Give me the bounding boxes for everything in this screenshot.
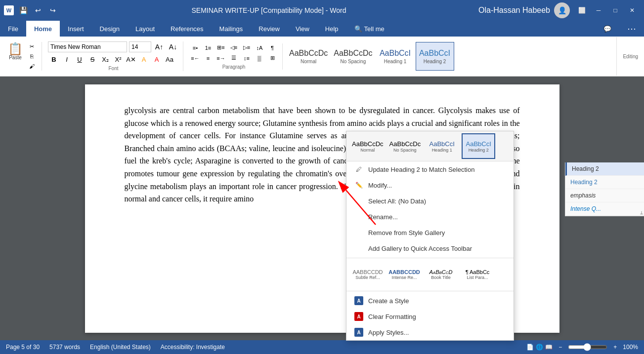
sort-button[interactable]: ↕A	[254, 43, 265, 52]
tab-help[interactable]: Help	[317, 21, 346, 37]
undo-button[interactable]: ↩	[32, 4, 44, 17]
restore-button[interactable]: ⬜	[574, 4, 590, 17]
tab-tell-me[interactable]: 🔍 Tell me	[346, 21, 392, 37]
font-color-button[interactable]: A	[151, 54, 163, 65]
styles-panel-intense-q[interactable]: Intense Q...	[565, 202, 644, 216]
ctx-clear-formatting[interactable]: A Clear Formatting	[346, 309, 514, 324]
ctx-style-subtle-ref[interactable]: AABBCCDD Subtle Ref...	[350, 262, 385, 287]
print-layout-btn[interactable]: 📄	[526, 344, 534, 351]
user-avatar[interactable]: 👤	[554, 2, 570, 18]
tab-insert[interactable]: Insert	[60, 21, 92, 37]
shading-button[interactable]: ▒	[254, 54, 265, 63]
decrease-indent-button[interactable]: ◁≡	[228, 43, 240, 52]
ribbon: File Home Insert Design Layout Reference…	[0, 21, 644, 77]
line-spacing-button[interactable]: ↕≡	[241, 54, 253, 63]
language: English (United States)	[90, 344, 151, 351]
bold-button[interactable]: B	[48, 54, 60, 65]
multilevel-button[interactable]: ⊞≡	[215, 43, 227, 52]
styles-panel-heading2[interactable]: Heading 2	[565, 162, 644, 176]
style-no-spacing-sample: AaBbCcDc	[334, 49, 372, 58]
font-name-input[interactable]: Times New Roman	[48, 41, 127, 52]
editing-group: Editing	[619, 37, 642, 76]
paste-icon: 📋	[8, 43, 23, 55]
tab-file[interactable]: File	[0, 21, 26, 37]
ctx-rename-label: Rename...	[368, 213, 398, 221]
change-case-button[interactable]: Aa	[164, 54, 175, 65]
decrease-font-button[interactable]: A↓	[167, 42, 179, 51]
style-no-spacing[interactable]: AaBbCcDc No Spacing	[331, 42, 375, 71]
styles-panel-heading2-b[interactable]: Heading 2	[565, 176, 644, 189]
justify-button[interactable]: ☰	[228, 54, 240, 63]
bullets-button[interactable]: ≡•	[189, 43, 201, 52]
paste-button[interactable]: 📋 Paste	[6, 42, 25, 61]
style-heading1[interactable]: AaBbCcI Heading 1	[376, 42, 415, 71]
style-heading2[interactable]: AaBbCcI Heading 2	[416, 42, 454, 71]
italic-button[interactable]: I	[61, 54, 73, 65]
copy-button[interactable]: ⎘	[26, 52, 38, 61]
panel-resize[interactable]: ⟂	[639, 209, 644, 216]
minimize-button[interactable]: ─	[591, 4, 606, 17]
redo-button[interactable]: ↪	[46, 4, 59, 17]
zoom-slider[interactable]	[568, 343, 607, 351]
subscript-button[interactable]: X₂	[99, 54, 111, 65]
tab-mailings[interactable]: Mailings	[212, 21, 251, 37]
ctx-remove-gallery[interactable]: Remove from Style Gallery	[346, 225, 514, 240]
style-normal[interactable]: AaBbCcDc Normal	[287, 42, 330, 71]
text-highlight-button[interactable]: A	[138, 54, 150, 65]
zoom-level: 100%	[623, 344, 638, 351]
ctx-select-all-label: Select All: (No Data)	[368, 197, 426, 205]
username: Ola-Hassan Habeeb	[478, 6, 550, 15]
strikethrough-button[interactable]: S	[86, 54, 98, 65]
align-right-button[interactable]: ≡→	[215, 54, 227, 63]
style-heading2-label: Heading 2	[424, 59, 446, 64]
borders-button[interactable]: ⊞	[266, 54, 278, 63]
show-marks-button[interactable]: ¶	[266, 43, 278, 52]
zoom-in-btn[interactable]: +	[613, 344, 617, 351]
ctx-select-all[interactable]: Select All: (No Data)	[346, 193, 514, 209]
comments-button[interactable]: 💬	[596, 21, 619, 37]
zoom-out-btn[interactable]: −	[558, 344, 562, 351]
ctx-modify[interactable]: ✏️ Modify...	[346, 177, 514, 193]
tab-home[interactable]: Home	[26, 21, 60, 37]
numbering-button[interactable]: 1≡	[202, 43, 214, 52]
ctx-style-heading1[interactable]: AaBbCcI Heading 1	[425, 133, 459, 159]
ctx-style-no-spacing[interactable]: AaBbCcDc No Spacing	[388, 133, 423, 159]
ctx-rename[interactable]: Rename...	[346, 209, 514, 225]
share-button[interactable]: ⋯	[619, 21, 644, 37]
ctx-create-style[interactable]: A Create a Style	[346, 293, 514, 309]
read-mode-btn[interactable]: 📖	[545, 344, 553, 351]
tab-review[interactable]: Review	[251, 21, 288, 37]
font-size-input[interactable]: 14	[129, 41, 151, 52]
ctx-apply-styles[interactable]: A Apply Styles...	[346, 324, 514, 340]
statusbar-right: 📄 🌐 📖 − + 100%	[526, 343, 638, 351]
align-center-button[interactable]: ≡	[202, 54, 214, 63]
tab-references[interactable]: References	[163, 21, 211, 37]
ctx-style-normal[interactable]: AaBbCcDc Normal	[350, 133, 385, 159]
maximize-button[interactable]: □	[607, 4, 623, 17]
ctx-style-heading2[interactable]: AaBbCcI Heading 2	[462, 133, 495, 159]
ctx-style-intense-re[interactable]: AABBCCDD Intense Re...	[387, 262, 422, 287]
ctx-style-list-para[interactable]: ¶ AaBbCc List Para...	[460, 262, 495, 287]
superscript-button[interactable]: X²	[112, 54, 124, 65]
close-button[interactable]: ✕	[624, 4, 640, 17]
underline-button[interactable]: U	[74, 54, 86, 65]
align-left-button[interactable]: ≡←	[189, 54, 201, 63]
context-menu: AaBbCcDc Normal AaBbCcDc No Spacing AaBb…	[346, 131, 514, 341]
tab-view[interactable]: View	[288, 21, 317, 37]
ctx-update-heading[interactable]: 🖊 Update Heading 2 to Match Selection	[346, 161, 514, 177]
styles-panel-emphasis[interactable]: emphasis	[565, 189, 644, 202]
increase-indent-button[interactable]: ▷≡	[241, 43, 253, 52]
accessibility[interactable]: Accessibility: Investigate	[161, 344, 225, 351]
increase-font-button[interactable]: A↑	[153, 42, 165, 51]
window-controls: ⬜ ─ □ ✕	[574, 4, 640, 17]
tab-layout[interactable]: Layout	[128, 21, 163, 37]
tab-design[interactable]: Design	[92, 21, 128, 37]
ctx-style-book-title[interactable]: AaBbCcD Book Title	[424, 262, 458, 287]
ctx-add-gallery[interactable]: Add Gallery to Quick Access Toolbar	[346, 240, 514, 256]
cut-button[interactable]: ✂	[26, 42, 38, 51]
web-layout-btn[interactable]: 🌐	[536, 344, 543, 351]
clear-format-button[interactable]: A✕	[125, 54, 137, 65]
font-row2: B I U S X₂ X² A✕ A A Aa	[48, 54, 179, 65]
format-painter-button[interactable]: 🖌	[26, 62, 38, 71]
save-button[interactable]: 💾	[17, 4, 30, 17]
